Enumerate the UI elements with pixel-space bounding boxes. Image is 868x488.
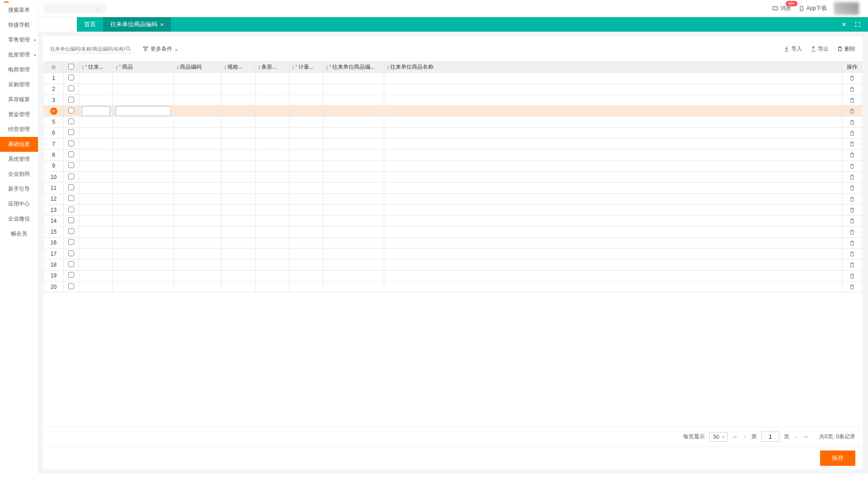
- col-partner-product-name[interactable]: ▴▾往来单位商品名称: [384, 62, 842, 73]
- col-product-code[interactable]: ▴▾商品编码: [174, 62, 222, 73]
- row-delete-icon[interactable]: [849, 206, 855, 213]
- row-delete-icon[interactable]: [849, 86, 855, 92]
- table-row[interactable]: 8: [44, 150, 862, 160]
- sidebar-item-5[interactable]: 采购管理: [0, 77, 38, 92]
- cell-input-product[interactable]: [116, 106, 171, 116]
- sidebar-item-11[interactable]: 企业协同: [0, 167, 38, 182]
- table-row[interactable]: 2: [44, 84, 862, 94]
- row-checkbox[interactable]: [68, 272, 74, 278]
- cell-input-partner[interactable]: [82, 106, 110, 116]
- table-row[interactable]: 9: [44, 160, 862, 171]
- save-button[interactable]: 保存: [820, 450, 855, 466]
- page-prev-icon[interactable]: ‹: [743, 434, 747, 440]
- row-checkbox[interactable]: [68, 85, 74, 91]
- page-first-icon[interactable]: ⇤: [732, 434, 739, 440]
- add-row-icon[interactable]: +: [50, 108, 57, 115]
- table-row[interactable]: 12: [44, 193, 862, 204]
- table-row[interactable]: 7: [44, 139, 862, 150]
- sidebar-item-3[interactable]: 批发管理▾: [0, 47, 38, 62]
- close-icon[interactable]: ✕: [160, 22, 164, 27]
- table-row[interactable]: 1: [44, 73, 862, 84]
- row-checkbox[interactable]: [68, 261, 74, 267]
- table-row[interactable]: 5: [44, 117, 862, 127]
- table-row[interactable]: 18: [44, 259, 862, 270]
- sidebar-item-6[interactable]: 库存核算: [0, 92, 38, 107]
- row-delete-icon[interactable]: [849, 130, 855, 136]
- sidebar-item-4[interactable]: 电商管理: [0, 62, 38, 77]
- settings-header[interactable]: ⚙: [44, 62, 64, 73]
- row-delete-icon[interactable]: [849, 141, 855, 147]
- delete-button[interactable]: 删除: [837, 45, 855, 53]
- sidebar-item-7[interactable]: 资金管理: [0, 107, 38, 122]
- row-delete-icon[interactable]: [849, 97, 855, 103]
- col-unit[interactable]: ▴▾*计量...: [289, 62, 323, 73]
- sidebar-item-1[interactable]: 快捷导航: [0, 18, 38, 33]
- row-checkbox[interactable]: [68, 283, 74, 289]
- row-delete-icon[interactable]: [849, 217, 855, 224]
- row-delete-icon[interactable]: [849, 239, 855, 246]
- row-delete-icon[interactable]: [849, 119, 855, 125]
- row-checkbox[interactable]: [68, 108, 74, 113]
- page-last-icon[interactable]: ⇥: [802, 434, 808, 440]
- import-button[interactable]: 导入: [783, 45, 802, 53]
- sidebar-item-14[interactable]: 企业微信: [0, 211, 38, 226]
- row-checkbox[interactable]: [68, 162, 74, 168]
- table-row[interactable]: 3: [44, 94, 862, 105]
- col-barcode[interactable]: ▴▾条形...: [255, 62, 289, 73]
- table-row[interactable]: 13: [44, 204, 862, 215]
- row-checkbox[interactable]: [68, 118, 74, 124]
- sidebar-item-10[interactable]: 系统管理: [0, 152, 38, 167]
- export-button[interactable]: 导出: [810, 45, 829, 53]
- table-row[interactable]: +: [44, 106, 862, 117]
- row-delete-icon[interactable]: [849, 174, 855, 180]
- more-conditions-button[interactable]: 更多条件 ⌄: [142, 45, 179, 53]
- fullscreen-icon[interactable]: [853, 19, 863, 30]
- row-checkbox[interactable]: [68, 184, 74, 190]
- row-checkbox[interactable]: [68, 129, 74, 135]
- col-spec[interactable]: ▴▾规格...: [222, 62, 255, 73]
- row-delete-icon[interactable]: [849, 229, 855, 235]
- col-product[interactable]: ▴▾*商品: [113, 62, 174, 73]
- sidebar-item-9[interactable]: 基础信息: [0, 137, 38, 152]
- row-checkbox[interactable]: [68, 206, 74, 212]
- col-partner[interactable]: ▴▾*往来...: [79, 62, 113, 73]
- sidebar-item-13[interactable]: 应用中心: [0, 197, 38, 211]
- row-delete-icon[interactable]: [849, 250, 855, 257]
- sidebar-item-2[interactable]: 零售管理▾: [0, 33, 38, 47]
- avatar[interactable]: [834, 2, 859, 15]
- per-page-select[interactable]: 50: [709, 432, 728, 442]
- sidebar-item-0[interactable]: 搜索菜单: [0, 3, 38, 18]
- app-download-button[interactable]: App下载: [798, 5, 827, 12]
- row-checkbox[interactable]: [68, 217, 74, 223]
- row-checkbox[interactable]: [68, 174, 74, 179]
- table-row[interactable]: 15: [44, 226, 862, 237]
- tab-home[interactable]: 首页: [77, 17, 103, 32]
- page-next-icon[interactable]: ›: [794, 434, 797, 440]
- tab-close-all-icon[interactable]: ✕: [840, 19, 848, 29]
- page-input[interactable]: [761, 432, 779, 442]
- row-checkbox[interactable]: [68, 195, 74, 201]
- sidebar-item-8[interactable]: 经营管理: [0, 122, 38, 137]
- sidebar-item-12[interactable]: 新手引导: [0, 182, 38, 197]
- org-selector[interactable]: ⌄: [43, 3, 106, 14]
- row-checkbox[interactable]: [68, 151, 74, 157]
- tab-current[interactable]: 往来单位商品编码 ✕: [103, 17, 171, 32]
- row-delete-icon[interactable]: [849, 262, 855, 268]
- row-delete-icon[interactable]: [849, 163, 855, 169]
- row-delete-icon[interactable]: [849, 152, 855, 158]
- select-all-header[interactable]: [64, 62, 79, 73]
- col-partner-product-code[interactable]: ▴▾*往来单位商品编...: [323, 62, 384, 73]
- table-row[interactable]: 17: [44, 249, 862, 259]
- row-checkbox[interactable]: [68, 141, 74, 146]
- table-row[interactable]: 14: [44, 216, 862, 226]
- row-delete-icon[interactable]: [849, 196, 855, 202]
- row-checkbox[interactable]: [68, 97, 74, 103]
- table-row[interactable]: 19: [44, 270, 862, 281]
- row-delete-icon[interactable]: [849, 283, 855, 290]
- table-row[interactable]: 11: [44, 183, 862, 193]
- row-delete-icon[interactable]: [849, 185, 855, 191]
- table-row[interactable]: 6: [44, 127, 862, 138]
- row-delete-icon[interactable]: [849, 108, 855, 114]
- search-input[interactable]: [50, 44, 132, 54]
- sidebar-item-15[interactable]: 畅会员: [0, 226, 38, 241]
